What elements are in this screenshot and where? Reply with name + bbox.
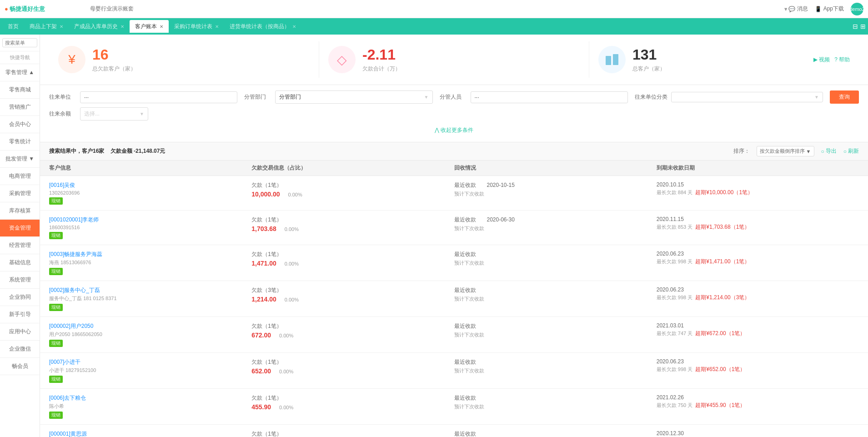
overdue-info-4: 2021.03.01 最长欠款 747 天 超期¥672.00（1笔）	[657, 322, 859, 337]
tab-product-shelf[interactable]: 商品上下架 ✕	[24, 20, 69, 33]
collapse-btn[interactable]: ⋀ 收起更多条件	[49, 124, 859, 136]
recovery-next-6: 预计下次收款	[454, 403, 657, 410]
dept-select[interactable]: 分管部门 ▼	[275, 90, 432, 104]
customer-name-7[interactable]: [000001]黄思源	[49, 430, 251, 437]
sidebar-item-ops-mgmt[interactable]: 经营管理	[0, 237, 40, 254]
sidebar-item-purchase-mgmt[interactable]: 采购管理	[0, 185, 40, 202]
debt-amount-0[interactable]: 10,000.00	[251, 191, 280, 198]
tab-inventory-stat[interactable]: 进货单统计表（按商品） ✕	[224, 20, 301, 33]
sidebar-item-batch-mgmt[interactable]: 批发管理 ▼	[0, 151, 40, 168]
overdue-link-6[interactable]: 超期¥455.90（1笔）	[695, 402, 745, 408]
message-icon: 💬	[788, 6, 795, 12]
app-download-btn[interactable]: 📱 App下载	[815, 5, 844, 13]
sidebar-item-retail-stat[interactable]: 零售统计	[0, 133, 40, 151]
message-btn[interactable]: 💬 消息	[788, 5, 808, 13]
manager-input[interactable]: ···	[471, 91, 628, 103]
customer-name-5[interactable]: [0007]小进干	[49, 358, 251, 366]
overdue-date-2: 2020.06.23	[657, 251, 859, 257]
tab-purchase-order[interactable]: 采购订单统计表 ✕	[169, 20, 224, 33]
sidebar-item-marketing[interactable]: 营销推广	[0, 99, 40, 116]
sidebar-item-basic-info[interactable]: 基础信息	[0, 254, 40, 271]
customer-name-0[interactable]: [0016]吴俊	[49, 181, 251, 189]
filter-area: 往来单位 ··· 分管部门 分管部门 ▼ 分管人员 ···	[40, 85, 868, 142]
overdue-link-1[interactable]: 超期¥1,703.68（1笔）	[695, 224, 750, 230]
sidebar-item-quick-nav[interactable]: 快捷导航	[0, 51, 40, 64]
tab-home[interactable]: 首页	[2, 20, 24, 33]
close-tab-purchase-order[interactable]: ✕	[215, 24, 219, 29]
recovery-date-3: 最近收款	[454, 286, 657, 294]
minimize-icon[interactable]: ⊟	[853, 23, 858, 30]
customer-name-6[interactable]: [0006]去下粮仓	[49, 394, 251, 402]
customer-name-3[interactable]: [0002]服务中心_丁磊	[49, 286, 251, 294]
sidebar-item-retail-mgmt[interactable]: 零售管理 ▲	[0, 64, 40, 81]
help-btn[interactable]: ? 帮助	[834, 56, 850, 64]
sidebar-item-retail-mall[interactable]: 零售商城	[0, 81, 40, 99]
debt-amount-5[interactable]: 652.00	[251, 367, 271, 375]
overdue-info-3: 2020.06.23 最长欠款 998 天 超期¥1,214.00（3笔）	[657, 286, 859, 301]
customer-name-4[interactable]: [000002]用户2050	[49, 322, 251, 330]
debt-amount-4[interactable]: 672.00	[251, 332, 271, 339]
customer-name-2[interactable]: [0003]畅捷服务尹海蕊	[49, 251, 251, 258]
overdue-link-0[interactable]: 超期¥10,000.00（1笔）	[695, 189, 753, 196]
customer-info-1: [0001020001]李老师 18600391516 现销	[49, 216, 251, 239]
sort-select[interactable]: 按欠款金额倒序排序 ▼	[757, 146, 814, 156]
overdue-link-3[interactable]: 超期¥1,214.00（3笔）	[695, 294, 750, 301]
maximize-icon[interactable]: ⊞	[860, 23, 866, 30]
close-tab-customer-account[interactable]: ✕	[160, 24, 163, 29]
sidebar-item-inventory[interactable]: 库存核算	[0, 202, 40, 220]
table-header: 客户信息 欠款交易信息（占比） 回收情况 到期未收款日期	[40, 161, 868, 176]
sidebar: 快捷导航 零售管理 ▲ 零售商城 营销推广 会员中心 零售统计 批发管理 ▼ 电…	[0, 35, 40, 437]
customer-name-1[interactable]: [0001020001]李老师	[49, 216, 251, 224]
sidebar-item-member-center[interactable]: 会员中心	[0, 116, 40, 133]
refresh-btn[interactable]: ○ 刷新	[843, 147, 859, 155]
debt-ratio-1: 0.00%	[285, 226, 299, 232]
company-select[interactable]: 母婴行业演示账套	[86, 5, 783, 13]
sidebar-item-system-mgmt[interactable]: 系统管理	[0, 271, 40, 289]
search-input[interactable]	[2, 38, 37, 47]
summary-card-debt-customers: ¥ 16 总欠款客户（家）	[49, 41, 319, 78]
tab-product-history[interactable]: 产成品入库单历史 ✕	[69, 20, 130, 33]
debt-amount-6[interactable]: 455.90	[251, 403, 271, 411]
sidebar-item-ecommerce[interactable]: 电商管理	[0, 168, 40, 185]
filter-manager: 分管人员 ···	[440, 91, 628, 103]
video-btn[interactable]: ▶ 视频	[813, 56, 830, 64]
sidebar-item-enterprise-wechat[interactable]: 企业微信	[0, 341, 40, 358]
sidebar-item-enterprise-collab[interactable]: 企业协同	[0, 289, 40, 306]
customer-info-4: [000002]用户2050 用户2050 18665062050 现销	[49, 322, 251, 347]
debt-info-3: 欠款（3笔） 1,214.00 0.00%	[251, 286, 454, 303]
recovery-info-4: 最近收款 预计下次收款	[454, 322, 657, 338]
overdue-info-2: 2020.06.23 最长欠款 998 天 超期¥1,471.00（1笔）	[657, 251, 859, 266]
close-tab-product-history[interactable]: ✕	[120, 24, 124, 29]
customer-info-5: [0007]小进干 小进干 18279152100 现销	[49, 358, 251, 383]
debt-amount-1[interactable]: 1,703.68	[251, 225, 276, 232]
user-avatar[interactable]: demo2	[851, 3, 863, 15]
unit-class-select[interactable]: ▼	[671, 92, 823, 102]
overdue-link-5[interactable]: 超期¥652.00（1笔）	[695, 366, 745, 372]
export-btn[interactable]: ○ 导出	[821, 147, 837, 155]
close-tab-product-shelf[interactable]: ✕	[60, 24, 63, 29]
overdue-link-4[interactable]: 超期¥672.00（1笔）	[695, 330, 745, 337]
sidebar-item-finance[interactable]: 资金管理	[0, 220, 40, 237]
sidebar-item-new-guide[interactable]: 新手引导	[0, 306, 40, 323]
debt-amount-2[interactable]: 1,471.00	[251, 260, 276, 267]
sidebar-search-area	[0, 35, 40, 51]
tab-customer-account[interactable]: 客户账本 ✕	[130, 20, 169, 33]
balance-label: 往来余额	[49, 110, 76, 118]
recovery-info-3: 最近收款 预计下次收款	[454, 286, 657, 302]
overdue-date-7: 2020.12.30	[657, 430, 859, 437]
from-unit-input[interactable]: ···	[80, 91, 237, 103]
sidebar-item-app-center[interactable]: 应用中心	[0, 323, 40, 341]
result-info: 搜索结果中，客户16家 欠款金额 -21,148.07元	[49, 147, 165, 155]
col-header-recovery: 回收情况	[454, 164, 657, 172]
overdue-info-6: 2021.02.26 最长欠款 750 天 超期¥455.90（1笔）	[657, 394, 859, 409]
sidebar-item-vip-member[interactable]: 畅会员	[0, 358, 40, 375]
close-tab-inventory-stat[interactable]: ✕	[292, 24, 296, 29]
recovery-date-2: 最近收款	[454, 251, 657, 258]
debt-ratio-4: 0.00%	[279, 333, 293, 338]
overdue-link-2[interactable]: 超期¥1,471.00（1笔）	[695, 258, 750, 265]
col-header-debt: 欠款交易信息（占比）	[251, 164, 454, 172]
debt-amount-3[interactable]: 1,214.00	[251, 296, 276, 303]
balance-select[interactable]: 选择... ▼	[80, 107, 148, 121]
debt-count-5: 欠款（1笔）	[251, 358, 454, 366]
query-button[interactable]: 查询	[830, 90, 859, 104]
